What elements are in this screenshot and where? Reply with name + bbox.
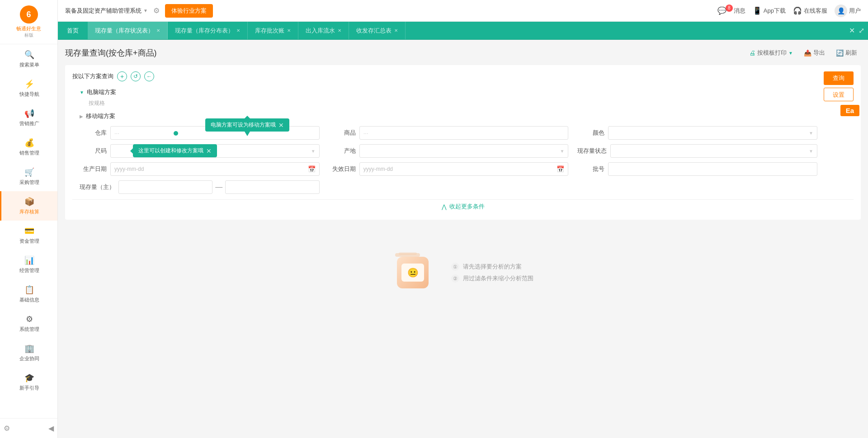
filter-back-button[interactable]: ← (144, 71, 154, 81)
tab-close-all-icon[interactable]: ✕ (849, 26, 855, 35)
tab-inventory-status[interactable]: 现存量（库存状况表） ✕ (88, 22, 168, 39)
print-button[interactable]: 🖨 按模板打印 ▼ (745, 47, 797, 59)
sidebar-item-operation[interactable]: 📊 经营管理 (0, 250, 57, 279)
sidebar-bottom: ⚙ ◀ (0, 418, 57, 438)
tab-home[interactable]: 首页 (58, 22, 88, 39)
sidebar-item-guide[interactable]: 🎓 新手引导 (0, 367, 57, 397)
filter-color-field: 颜色 ▼ (577, 126, 817, 140)
expire-date-placeholder: yyyy-mm-dd (363, 166, 555, 172)
search-button[interactable]: 查询 (824, 71, 854, 85)
tooltip-edit-close[interactable]: ✕ (206, 147, 212, 155)
notification-action[interactable]: 💬 8 消息 (717, 6, 745, 15)
operation-icon: 📊 (24, 255, 34, 265)
export-button[interactable]: 📤 导出 (800, 47, 829, 59)
filter-stock-state-field: 现存量状态 ▼ (577, 144, 817, 158)
tab-inout-flow[interactable]: 出入库流水 ✕ (298, 22, 349, 39)
sidebar-item-purchase[interactable]: 🛒 采购管理 (0, 162, 57, 191)
expire-date-label: 失效日期 (329, 165, 356, 173)
stock-main-dash: — (215, 183, 222, 191)
sidebar-item-marketing[interactable]: 📢 营销推广 (0, 103, 57, 132)
scheme-tree: ▼ 电脑端方案 按规格 ▶ 移动端方案 (80, 87, 854, 122)
sidebar-item-basic[interactable]: 📋 基础信息 (0, 279, 57, 309)
batch-no-input[interactable] (608, 162, 817, 176)
produce-date-input[interactable]: yyyy-mm-dd 📅 (110, 162, 320, 176)
size-label: 尺码 (80, 147, 107, 155)
sidebar-item-finance[interactable]: 💳 资金管理 (0, 221, 57, 250)
settings-bottom-icon[interactable]: ⚙ (4, 424, 10, 433)
system-title: 装备及固定资产辅助管理系统 (65, 7, 142, 15)
produce-date-label: 生产日期 (80, 165, 107, 173)
tooltip-scheme-close[interactable]: ✕ (278, 122, 284, 129)
produce-date-placeholder: yyyy-mm-dd (114, 166, 306, 172)
scheme-desktop-label: 电脑端方案 (87, 88, 116, 96)
app-label: App下载 (764, 7, 786, 15)
warehouse-label: 仓库 (80, 129, 107, 137)
goods-input[interactable]: ··· (359, 126, 569, 140)
origin-select[interactable]: ▼ (359, 144, 569, 158)
expire-date-input[interactable]: yyyy-mm-dd 📅 (359, 162, 569, 176)
filter-row-1: 仓库 ··· 商品 ··· 颜色 (80, 126, 854, 140)
logo-text: 畅通好生意 标版 (16, 25, 41, 38)
scheme-mobile[interactable]: ▶ 移动端方案 (80, 111, 854, 122)
page-content: 现存量查询(按仓库+商品) 🖨 按模板打印 ▼ 📤 导出 🔄 刷新 (58, 40, 868, 438)
close-tab-inventory-dist[interactable]: ✕ (236, 28, 240, 33)
empty-box-icon: 😐 (397, 257, 429, 288)
sidebar-item-system[interactable]: ⚙ 系统管理 (0, 309, 57, 338)
stock-main-max-input[interactable] (225, 180, 319, 194)
ea-badge[interactable]: Ea (840, 105, 859, 116)
close-tab-inout-flow[interactable]: ✕ (338, 28, 341, 33)
support-action[interactable]: 🎧 在线客服 (793, 6, 827, 15)
dot-indicator (174, 131, 178, 136)
produce-date-calendar-icon: 📅 (308, 165, 316, 173)
sidebar-item-sales[interactable]: 💰 销售管理 (0, 132, 57, 162)
refresh-button[interactable]: 🔄 刷新 (832, 47, 861, 59)
app-download-action[interactable]: 📱 App下载 (753, 6, 786, 15)
close-tab-recv-summary[interactable]: ✕ (394, 28, 398, 33)
tab-recv-summary[interactable]: 收发存汇总表 ✕ (349, 22, 406, 39)
search-icon: 🔍 (24, 50, 34, 60)
collapse-arrow: ⋀ (442, 203, 447, 210)
sidebar-item-quick[interactable]: ⚡ 快捷导航 (0, 74, 57, 103)
filter-panel: 按以下方案查询 + ↺ ← ▼ 电脑端方案 按规格 ▶ 移动端方案 (65, 65, 861, 220)
close-tab-inventory-status[interactable]: ✕ (156, 28, 160, 33)
stock-main-min-input[interactable] (118, 180, 212, 194)
page-title-bar: 现存量查询(按仓库+商品) 🖨 按模板打印 ▼ 📤 导出 🔄 刷新 (65, 47, 861, 59)
notification-badge: 8 (726, 5, 733, 12)
tab-fullscreen-icon[interactable]: ⤢ (859, 26, 864, 35)
scheme-desktop[interactable]: ▼ 电脑端方案 (80, 87, 854, 98)
color-select[interactable]: ▼ (608, 126, 817, 140)
expire-date-calendar-icon: 📅 (557, 165, 564, 173)
collapse-filter-button[interactable]: ⋀ 收起更多条件 (72, 199, 854, 213)
filter-header-label: 按以下方案查询 (72, 72, 113, 80)
export-icon: 📤 (804, 49, 811, 57)
sidebar-item-enterprise[interactable]: 🏢 企业协同 (0, 338, 57, 367)
tab-inventory-dist[interactable]: 现存量（库存分布表） ✕ (168, 22, 248, 39)
sidebar-item-inventory[interactable]: 📦 库存核算 (0, 191, 57, 221)
notification-label: 消息 (734, 7, 745, 15)
filter-add-button[interactable]: + (117, 71, 127, 81)
header-right: 💬 8 消息 📱 App下载 🎧 在线客服 👤 用户 (717, 5, 861, 17)
size-arrow: ▼ (311, 149, 316, 154)
collapse-sidebar-icon[interactable]: ◀ (48, 424, 54, 433)
reset-filter-button[interactable]: 设置 (824, 88, 854, 101)
close-tab-batch-ledger[interactable]: ✕ (287, 28, 291, 33)
system-icon: ⚙ (26, 314, 33, 324)
tab-batch-ledger[interactable]: 库存批次账 ✕ (248, 22, 298, 39)
scheme-sub-item[interactable]: 按规格 (89, 99, 854, 108)
user-action[interactable]: 👤 用户 (835, 5, 861, 17)
tooltip-scheme-text: 电脑方案可设为移动方案哦 (211, 121, 276, 129)
filter-batch-no-field: 批号 (577, 162, 817, 176)
sidebar-logo: 6 畅通好生意 标版 (0, 0, 57, 44)
system-title-dropdown[interactable]: 装备及固定资产辅助管理系统 ▼ (65, 7, 148, 15)
trial-button[interactable]: 体验行业方案 (165, 4, 213, 18)
stock-state-arrow: ▼ (809, 149, 813, 154)
sidebar-item-search[interactable]: 🔍 搜索菜单 (0, 44, 57, 74)
header-settings-icon[interactable]: ⚙ (153, 6, 160, 15)
stock-state-select[interactable]: ▼ (610, 144, 817, 158)
refresh-label: 刷新 (845, 49, 857, 57)
filter-goods-field: 商品 ··· (329, 126, 569, 140)
tip-num-1: ① (451, 263, 459, 271)
filter-fields-area: 仓库 ··· 商品 ··· 颜色 (80, 126, 854, 194)
filter-reset-button[interactable]: ↺ (131, 71, 141, 81)
user-label: 用户 (849, 7, 861, 15)
